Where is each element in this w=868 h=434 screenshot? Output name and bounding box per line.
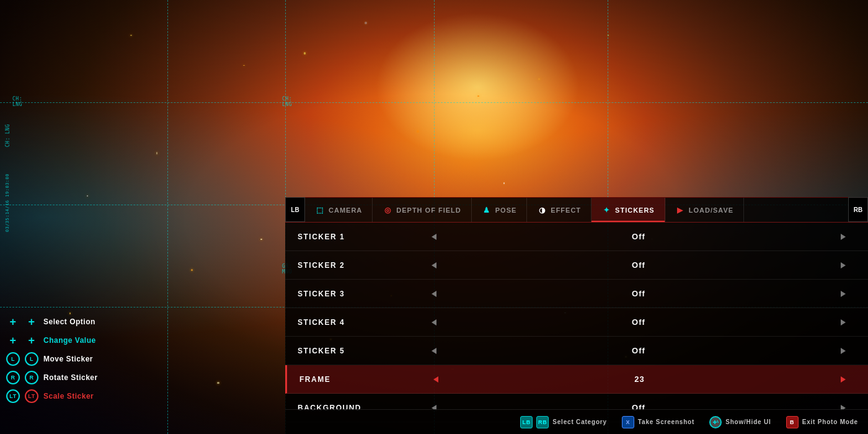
- row-left-arrow-sticker5[interactable]: [409, 347, 459, 355]
- tab-label-camera: CAMERA: [329, 206, 362, 214]
- tab-icon-camera: ⬚: [315, 205, 325, 215]
- panel-row-sticker3[interactable]: STICKER 3Off: [285, 280, 868, 308]
- tab-bar: ⬚CAMERA◎DEPTH OF FIELD♟POSE◑EFFECT✦STICK…: [285, 197, 868, 222]
- svg-marker-7: [841, 319, 846, 326]
- tab-camera[interactable]: ⬚CAMERA: [305, 198, 373, 222]
- svg-marker-0: [432, 234, 436, 240]
- row-value-sticker3: Off: [459, 289, 818, 298]
- tab-label-effect: EFFECT: [551, 206, 581, 214]
- spark-particle: [156, 152, 157, 154]
- svg-marker-1: [841, 234, 846, 240]
- spark-particle: [608, 35, 609, 36]
- row-left-arrow-sticker3[interactable]: [409, 290, 459, 298]
- tab-effect[interactable]: ◑EFFECT: [527, 198, 591, 222]
- row-value-frame: 23: [461, 374, 818, 384]
- bottom-hint-select-category: LBRBSelect Category: [520, 416, 607, 428]
- panel-row-sticker4[interactable]: STICKER 4Off: [285, 308, 868, 337]
- panel-row-sticker2[interactable]: STICKER 2Off: [285, 251, 868, 280]
- spark-particle: [538, 78, 540, 80]
- spark-particle: [417, 130, 419, 133]
- stickers-panel: STICKER 1OffSTICKER 2OffSTICKER 3OffSTIC…: [285, 222, 868, 409]
- panel-row-sticker5[interactable]: STICKER 5Off: [285, 337, 868, 365]
- row-right-arrow-sticker1[interactable]: [818, 232, 868, 241]
- x-badge: X: [622, 416, 634, 428]
- spark-particle: [69, 312, 71, 314]
- row-label-sticker5: STICKER 5: [285, 347, 409, 355]
- gamepad-badge: [709, 416, 722, 428]
- svg-marker-4: [432, 291, 436, 297]
- svg-marker-6: [432, 319, 436, 326]
- tab-label-pose: POSE: [495, 206, 517, 214]
- bottom-hint-show-hide: Show/Hide UI: [709, 416, 771, 428]
- row-label-sticker1: STICKER 1: [285, 232, 409, 241]
- row-left-arrow-sticker4[interactable]: [409, 318, 459, 327]
- bottom-hint-take-screenshot: XTake Screenshot: [622, 416, 694, 428]
- svg-marker-5: [841, 291, 846, 297]
- svg-point-15: [717, 422, 719, 423]
- row-left-arrow-frame[interactable]: [411, 375, 461, 384]
- tab-label-depth: DEPTH OF FIELD: [396, 206, 461, 214]
- row-right-arrow-frame[interactable]: [818, 375, 868, 384]
- row-value-sticker1: Off: [459, 232, 818, 241]
- row-left-arrow-sticker1[interactable]: [409, 232, 459, 241]
- tab-stickers[interactable]: ✦STICKERS: [591, 198, 665, 222]
- tab-label-stickers: STICKERS: [615, 206, 655, 214]
- row-left-arrow-sticker2[interactable]: [409, 261, 459, 270]
- tab-icon-loadsave: ▶: [675, 205, 685, 215]
- spark-particle: [191, 269, 193, 271]
- lb-badge: LB: [520, 416, 533, 428]
- spark-particle: [260, 239, 262, 240]
- tab-loadsave[interactable]: ▶LOAD/SAVE: [665, 198, 744, 222]
- tab-icon-effect: ◑: [537, 205, 547, 215]
- rb-badge: RB: [536, 416, 549, 428]
- svg-marker-3: [841, 262, 846, 268]
- spark-particle: [243, 65, 245, 66]
- hint-text-select-category: Select Category: [552, 418, 607, 425]
- row-label-sticker2: STICKER 2: [285, 261, 409, 270]
- row-right-arrow-sticker3[interactable]: [818, 290, 868, 298]
- row-value-sticker4: Off: [459, 317, 818, 327]
- row-value-sticker5: Off: [459, 346, 818, 355]
- tab-icon-stickers: ✦: [601, 205, 611, 215]
- bottom-hint-exit-photo: BExit Photo Mode: [786, 416, 858, 428]
- row-label-frame: FRAME: [287, 375, 411, 384]
- svg-marker-2: [432, 262, 436, 268]
- spark-particle: [365, 22, 367, 24]
- panel-row-sticker1[interactable]: STICKER 1Off: [285, 223, 868, 251]
- row-label-sticker3: STICKER 3: [285, 290, 409, 298]
- tab-icon-pose: ♟: [482, 205, 492, 215]
- svg-marker-10: [433, 376, 438, 383]
- tab-pose[interactable]: ♟POSE: [472, 198, 528, 222]
- hint-text-take-screenshot: Take Screenshot: [638, 418, 694, 425]
- svg-marker-9: [841, 348, 846, 354]
- bottom-bar: LBRBSelect CategoryXTake ScreenshotShow/…: [285, 409, 868, 434]
- row-right-arrow-sticker2[interactable]: [818, 261, 868, 270]
- b-badge: B: [786, 416, 799, 428]
- spark-particle: [87, 195, 88, 197]
- spark-particle: [130, 35, 132, 36]
- row-right-arrow-sticker4[interactable]: [818, 318, 868, 327]
- spark-particle: [503, 182, 505, 184]
- hint-text-exit-photo: Exit Photo Mode: [802, 418, 858, 425]
- panel-row-frame[interactable]: FRAME23: [285, 365, 868, 394]
- spark-particle: [217, 382, 219, 384]
- row-value-sticker2: Off: [459, 260, 818, 270]
- svg-marker-11: [841, 376, 846, 383]
- row-right-arrow-sticker5[interactable]: [818, 347, 868, 355]
- svg-marker-8: [432, 348, 436, 354]
- hint-text-show-hide: Show/Hide UI: [725, 418, 771, 425]
- tab-icon-depth: ◎: [383, 205, 392, 215]
- spark-particle: [304, 52, 306, 55]
- spark-particle: [477, 95, 479, 97]
- row-label-sticker4: STICKER 4: [285, 318, 409, 327]
- tab-label-loadsave: LOAD/SAVE: [689, 206, 733, 214]
- tab-depth[interactable]: ◎DEPTH OF FIELD: [373, 198, 471, 222]
